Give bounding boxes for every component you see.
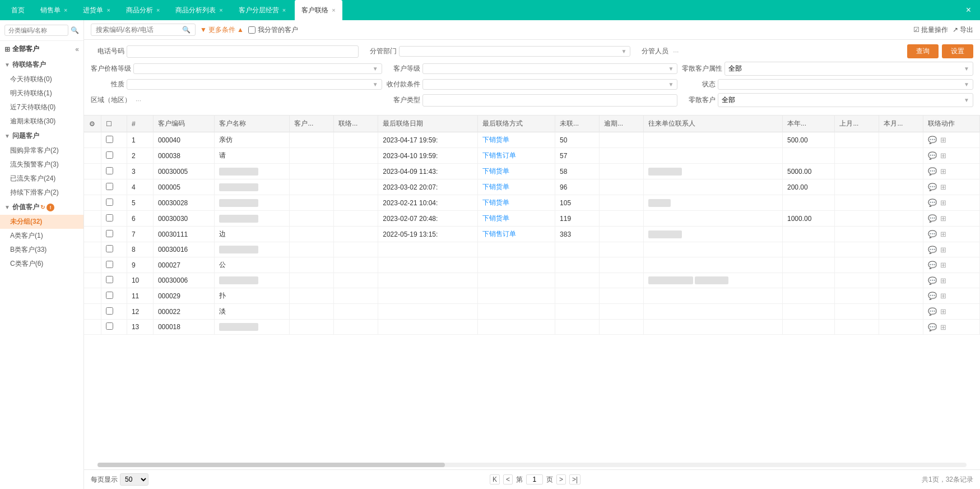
prev-page-btn[interactable]: < <box>503 474 513 485</box>
tab-product-list[interactable]: 商品分析列表 × <box>169 0 229 20</box>
row-checkbox[interactable] <box>106 199 113 206</box>
row-checkbox[interactable] <box>106 151 113 159</box>
grid-action-icon[interactable]: ⊞ <box>940 214 946 223</box>
my-customers-checkbox[interactable] <box>248 26 256 34</box>
td-checkbox[interactable] <box>101 242 127 257</box>
grid-action-icon[interactable]: ⊞ <box>940 230 946 238</box>
col-last-method[interactable]: 最后联络方式 <box>478 116 555 132</box>
td-checkbox[interactable] <box>101 164 127 179</box>
sidebar-item-overdue-pending[interactable]: 逾期未联络(30) <box>0 114 83 128</box>
batch-ops-btn[interactable]: ☑ 批量操作 <box>913 25 948 35</box>
sidebar-item-churned[interactable]: 已流失客户(24) <box>0 172 83 186</box>
col-person[interactable]: 往来单位联系人 <box>643 116 782 132</box>
td-checkbox[interactable] <box>101 273 127 288</box>
sidebar-group-problem[interactable]: ▼ 问题客户 <box>0 128 83 144</box>
row-checkbox[interactable] <box>106 245 113 252</box>
col-uncontacted[interactable]: 未联... <box>555 116 600 132</box>
grid-action-icon[interactable]: ⊞ <box>940 323 946 331</box>
td-checkbox[interactable] <box>101 227 127 242</box>
filter-phone-input[interactable] <box>131 48 355 56</box>
td-checkbox[interactable] <box>101 148 127 164</box>
col-name[interactable]: 客户名称 <box>214 116 290 132</box>
chat-icon[interactable]: 💬 <box>928 292 937 300</box>
sidebar-search-icon[interactable]: 🔍 <box>71 26 79 34</box>
chat-icon[interactable]: 💬 <box>928 199 937 207</box>
close-icon-sales[interactable]: × <box>64 7 67 13</box>
more-conditions-btn[interactable]: ▼ 更多条件 ▲ <box>200 25 244 35</box>
filter-retail-attr-select[interactable]: 全部 ▼ <box>724 62 973 76</box>
main-search-input[interactable] <box>96 26 180 34</box>
col-type[interactable]: 客户... <box>290 116 334 132</box>
my-customers-filter[interactable]: 我分管的客户 <box>248 25 298 35</box>
scrollbar-thumb[interactable] <box>97 463 445 467</box>
chat-icon[interactable]: 💬 <box>928 167 937 176</box>
last-method-link[interactable]: 下销货单 <box>482 167 509 175</box>
td-checkbox[interactable] <box>101 179 127 195</box>
filter-manager-dots[interactable]: ··· <box>671 48 681 56</box>
filter-nature-select[interactable]: ▼ <box>127 79 382 90</box>
close-icon-product-list[interactable]: × <box>219 7 222 13</box>
col-checkbox[interactable]: ☐ <box>101 116 127 132</box>
chat-icon[interactable]: 💬 <box>928 183 937 191</box>
td-checkbox[interactable] <box>101 288 127 304</box>
page-size-select[interactable]: 50 20 100 <box>120 473 148 486</box>
col-this-year[interactable]: 本年... <box>783 116 835 132</box>
sidebar-item-class-a[interactable]: A类客户(1) <box>0 229 83 243</box>
close-icon-purchase[interactable]: × <box>106 7 110 13</box>
row-checkbox[interactable] <box>106 307 113 315</box>
last-method-link[interactable]: 下销货单 <box>482 183 509 191</box>
close-icon-product-analysis[interactable]: × <box>156 7 160 13</box>
filter-price-level-select[interactable]: ▼ <box>133 63 382 74</box>
td-checkbox[interactable] <box>101 320 127 335</box>
filter-customer-type-input[interactable] <box>426 96 674 104</box>
last-method-link[interactable]: 下销货单 <box>482 214 509 222</box>
row-checkbox[interactable] <box>106 276 113 283</box>
tab-product-analysis[interactable]: 商品分析 × <box>119 0 166 20</box>
row-checkbox[interactable] <box>106 136 113 143</box>
row-checkbox[interactable] <box>106 261 113 268</box>
grid-action-icon[interactable]: ⊞ <box>940 199 946 207</box>
sidebar-group-pending[interactable]: ▼ 待联络客户 <box>0 57 83 72</box>
row-checkbox[interactable] <box>106 167 113 174</box>
sidebar-item-today-pending[interactable]: 今天待联络(0) <box>0 72 83 86</box>
last-method-link[interactable]: 下销货单 <box>482 136 509 144</box>
tab-sales[interactable]: 销售单 × <box>34 0 74 20</box>
grid-action-icon[interactable]: ⊞ <box>940 276 946 285</box>
sidebar-item-ungrouped[interactable]: 未分组(32) <box>0 215 83 229</box>
filter-customer-level-select[interactable]: ▼ <box>422 63 678 74</box>
td-checkbox[interactable] <box>101 132 127 148</box>
reset-button[interactable]: 设置 <box>942 44 973 58</box>
chat-icon[interactable]: 💬 <box>928 214 937 223</box>
chat-icon[interactable]: 💬 <box>928 136 937 144</box>
grid-action-icon[interactable]: ⊞ <box>940 151 946 160</box>
tab-home[interactable]: 首页 <box>4 0 31 20</box>
window-close-icon[interactable]: × <box>962 5 976 15</box>
col-last-date[interactable]: 最后联络日期 <box>378 116 478 132</box>
last-page-btn[interactable]: >| <box>569 474 580 485</box>
col-contact[interactable]: 联络... <box>334 116 378 132</box>
sidebar-search-input[interactable] <box>4 25 68 36</box>
grid-action-icon[interactable]: ⊞ <box>940 292 946 300</box>
chat-icon[interactable]: 💬 <box>928 323 937 331</box>
sidebar-item-declining[interactable]: 持续下滑客户(2) <box>0 186 83 200</box>
grid-action-icon[interactable]: ⊞ <box>940 136 946 144</box>
filter-customer-type-input-wrap[interactable] <box>422 94 678 107</box>
chat-icon[interactable]: 💬 <box>928 151 937 160</box>
td-checkbox[interactable] <box>101 257 127 273</box>
query-button[interactable]: 查询 <box>907 44 939 58</box>
sidebar-item-tomorrow-pending[interactable]: 明天待联络(1) <box>0 86 83 100</box>
close-icon-customer-contact[interactable]: × <box>332 7 335 13</box>
chat-icon[interactable]: 💬 <box>928 276 937 285</box>
filter-retail-customer-select[interactable]: 全部 ▼ <box>718 93 973 107</box>
chat-icon[interactable]: 💬 <box>928 246 937 254</box>
filter-payment-select[interactable]: ▼ <box>422 79 678 90</box>
row-checkbox[interactable] <box>106 322 113 330</box>
scrollbar-track[interactable] <box>97 463 967 467</box>
td-checkbox[interactable] <box>101 195 127 211</box>
col-settings[interactable]: ⚙ <box>84 116 101 132</box>
first-page-btn[interactable]: K <box>490 474 500 485</box>
last-method-link[interactable]: 下销货单 <box>482 199 509 206</box>
sidebar-item-week-pending[interactable]: 近7天待联络(0) <box>0 100 83 114</box>
tab-customer-contact[interactable]: 客户联络 × <box>295 0 342 20</box>
filter-region-dots[interactable]: ··· <box>133 96 143 104</box>
